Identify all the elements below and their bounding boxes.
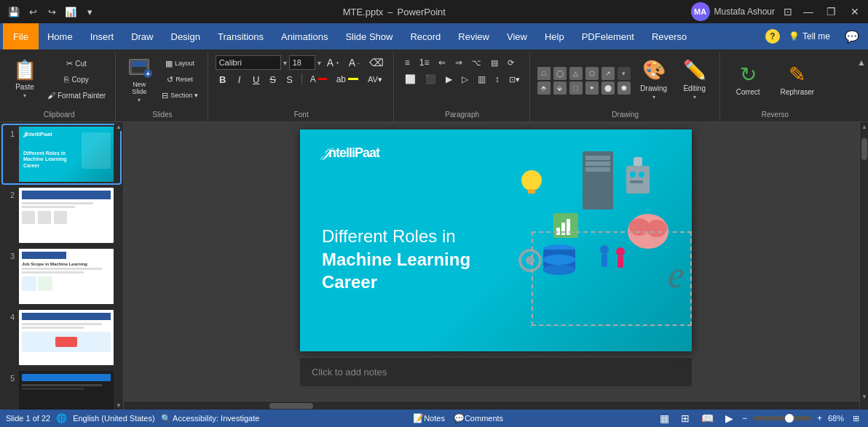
menu-slideshow[interactable]: Slide Show [336, 23, 401, 49]
correct-button[interactable]: ↻ Correct [727, 56, 769, 103]
language-indicator-icon[interactable]: 🌐 [56, 413, 67, 423]
menu-animations[interactable]: Animations [272, 23, 336, 49]
normal-view-button[interactable]: ▦ [657, 411, 672, 426]
shape-more[interactable]: ▾ [618, 67, 631, 80]
menu-help[interactable]: Help [536, 23, 573, 49]
shape-1[interactable]: □ [537, 67, 551, 80]
shape-3[interactable]: △ [569, 67, 583, 80]
rephraser-button[interactable]: ✎ Rephraser [772, 56, 824, 103]
shape-6[interactable]: ⬘ [537, 81, 551, 95]
slide-thumbnail-3[interactable]: 3 Job Scope in Machine Learning [3, 247, 120, 306]
copy-button[interactable]: ⎘Copy [44, 72, 109, 87]
bullets-button[interactable]: ≡ [401, 55, 414, 70]
decrease-font-button[interactable]: A- [345, 55, 363, 70]
vertical-scrollbar[interactable]: ▲ ▼ [859, 122, 868, 410]
scroll-up-arrow[interactable]: ▲ [114, 122, 123, 131]
menu-pdfelement[interactable]: PDFelement [573, 23, 643, 49]
align-text-button[interactable]: ⊡▾ [505, 72, 524, 87]
save-icon[interactable]: 💾 [6, 4, 22, 20]
justify-button[interactable]: ▷ [458, 72, 472, 87]
shape-10[interactable]: ⬤ [601, 81, 615, 95]
shape-7[interactable]: ⬙ [553, 81, 567, 95]
shape-8[interactable]: ⬚ [569, 81, 583, 95]
user-area[interactable]: MA Mustafa Ashour [691, 2, 775, 21]
font-color-button[interactable]: A [307, 72, 331, 87]
menu-insert[interactable]: Insert [82, 23, 123, 49]
restore-button[interactable]: ❐ [824, 4, 839, 19]
increase-indent-button[interactable]: ⇒ [451, 55, 466, 70]
comments-icon[interactable]: 💬 [839, 30, 865, 44]
align-right-button[interactable]: ▶ [442, 72, 456, 87]
smartart-button[interactable]: ⌥ [468, 55, 485, 70]
menu-file[interactable]: File [3, 23, 39, 49]
notes-area[interactable]: Click to add notes [300, 357, 692, 386]
decrease-indent-button[interactable]: ⇐ [435, 55, 449, 70]
menu-view[interactable]: View [498, 23, 536, 49]
drawing-button[interactable]: 🎨 Drawing ▾ [635, 56, 673, 103]
cut-button[interactable]: ✂Cut [44, 56, 109, 71]
slide-thumbnail-1[interactable]: 1 𝒥ntelliPaat Different Roles inMachine … [3, 125, 120, 183]
undo-icon[interactable]: ↩ [25, 4, 41, 20]
scroll-thumb-horizontal[interactable] [269, 403, 313, 409]
paste-button[interactable]: 📋 Paste ▾ [9, 56, 41, 103]
section-button[interactable]: ⊟ Section ▾ [158, 88, 202, 103]
layout-button[interactable]: ▦ Layout [158, 56, 202, 71]
slide-sorter-button[interactable]: ⊞ [678, 411, 693, 426]
text-direction-button[interactable]: ⟳ [504, 55, 518, 70]
reset-button[interactable]: ↺ Reset [158, 72, 202, 87]
menu-transitions[interactable]: Transitions [209, 23, 272, 49]
text-highlight-button[interactable]: ab [333, 72, 362, 87]
editing-button[interactable]: ✏️ Editing ▾ [676, 56, 714, 103]
restore-icon[interactable]: ⊡ [784, 6, 792, 17]
shape-11[interactable]: ⬟ [618, 81, 631, 95]
font-name-input[interactable] [216, 55, 281, 70]
increase-font-button[interactable]: A+ [323, 55, 343, 70]
help-icon[interactable]: ? [765, 29, 780, 44]
present-icon[interactable]: 📊 [63, 4, 79, 20]
menu-record[interactable]: Record [401, 23, 449, 49]
menu-design[interactable]: Design [162, 23, 209, 49]
slide-thumbnail-2[interactable]: 2 [3, 186, 120, 244]
menu-tellme[interactable]: 💡 Tell me [780, 23, 839, 49]
underline-button[interactable]: U [249, 72, 264, 87]
menu-review[interactable]: Review [449, 23, 498, 49]
comments-button[interactable]: 💬 Comments [451, 412, 506, 425]
close-button[interactable]: ✕ [848, 4, 862, 19]
zoom-in-icon[interactable]: + [817, 413, 822, 423]
scroll-thumb-vertical[interactable] [861, 138, 867, 160]
bold-button[interactable]: B [216, 72, 230, 87]
menu-reverso[interactable]: Reverso [643, 23, 695, 49]
menu-draw[interactable]: Draw [122, 23, 162, 49]
columns-button[interactable]: ▥ [474, 72, 489, 87]
italic-button[interactable]: I [232, 72, 247, 87]
numbering-button[interactable]: 1≡ [416, 55, 433, 70]
menu-home[interactable]: Home [39, 23, 82, 49]
notes-button[interactable]: 📝 Notes [410, 412, 448, 425]
minimize-button[interactable]: — [801, 4, 816, 19]
horizontal-scrollbar[interactable] [124, 401, 859, 410]
character-spacing-button[interactable]: AV▾ [364, 72, 386, 87]
line-spacing-button[interactable]: ↕ [492, 72, 503, 87]
fit-slide-button[interactable]: ⊞ [850, 412, 862, 425]
customize-icon[interactable]: ▾ [82, 4, 98, 20]
shape-5[interactable]: ↗ [601, 67, 615, 80]
new-slide-button[interactable]: + NewSlide ▾ [123, 56, 155, 103]
redo-icon[interactable]: ↪ [44, 4, 60, 20]
zoom-slider[interactable] [753, 416, 811, 420]
format-painter-button[interactable]: 🖌Format Painter [44, 88, 109, 103]
shape-4[interactable]: ⬡ [585, 67, 599, 80]
align-center-button[interactable]: ⬛ [422, 72, 440, 87]
slideshow-button[interactable]: ▶ [722, 411, 736, 426]
align-left-button[interactable]: ⬜ [401, 72, 419, 87]
shape-2[interactable]: ◯ [553, 67, 567, 80]
reading-view-button[interactable]: 📖 [698, 411, 717, 426]
clear-format-button[interactable]: ⌫ [366, 55, 387, 70]
accessibility-label[interactable]: 🔍 Accessibility: Investigate [161, 414, 260, 423]
scroll-down-arrow[interactable]: ▼ [114, 401, 123, 410]
shape-9[interactable]: ✦ [585, 81, 599, 95]
slide-thumbnail-4[interactable]: 4 [3, 308, 120, 367]
slide-thumbnail-5[interactable]: 5 [3, 370, 120, 410]
zoom-thumb[interactable] [785, 414, 794, 423]
slide-canvas[interactable]: 𝒥ntelliPaat Different Roles in Machine L… [300, 129, 692, 351]
font-size-input[interactable] [289, 55, 315, 70]
